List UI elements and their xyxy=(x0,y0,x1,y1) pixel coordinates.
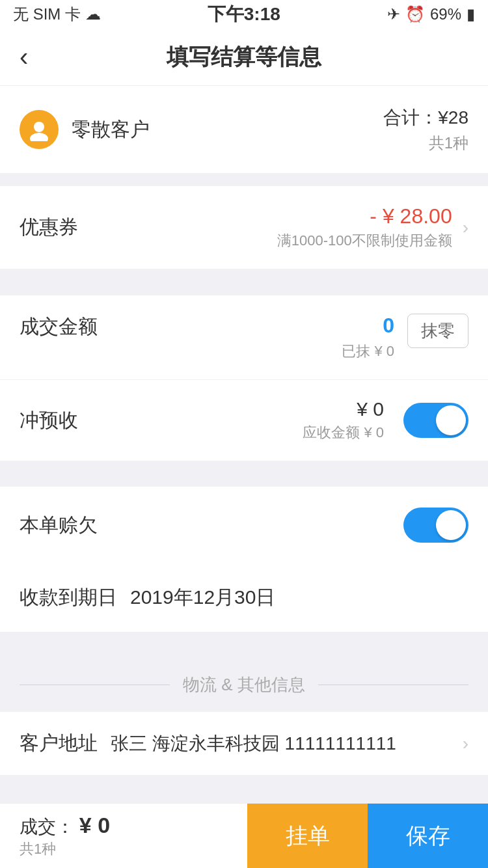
due-date-value: 2019年12月30日 xyxy=(130,584,275,611)
bottom-count: 共1种 xyxy=(20,839,228,859)
page-title: 填写结算等信息 xyxy=(167,42,321,72)
bottom-deal-row: 成交： ¥ 0 xyxy=(20,813,228,839)
customer-section: 零散客户 合计：¥28 共1种 xyxy=(0,86,488,173)
location-icon: ✈ xyxy=(387,5,400,23)
hang-single-button[interactable]: 挂单 xyxy=(247,804,368,868)
precollect-toggle[interactable] xyxy=(403,403,468,438)
debt-section: 本单赊欠 收款到期日 2019年12月30日 xyxy=(0,487,488,632)
deal-section: 成交金额 0 已抹 ¥ 0 抹零 冲预收 ¥ 0 应收金额 ¥ 0 xyxy=(0,295,488,461)
avatar xyxy=(20,110,59,149)
total-count: 共1种 xyxy=(383,133,468,154)
customer-left: 零散客户 xyxy=(20,110,150,149)
due-date-row: 收款到期日 2019年12月30日 xyxy=(0,563,488,632)
coupon-row[interactable]: 优惠券 - ¥ 28.00 满1000-100不限制使用金额 › xyxy=(0,186,488,269)
nav-bar: ‹ 填写结算等信息 xyxy=(0,29,488,86)
address-value: 张三 海淀永丰科技园 11111111111 xyxy=(111,731,463,756)
battery-icon: ▮ xyxy=(467,5,475,23)
divider-line-left xyxy=(20,685,170,685)
deal-value-block: 0 已抹 ¥ 0 xyxy=(342,314,394,361)
debt-toggle[interactable] xyxy=(403,508,468,543)
coupon-label: 优惠券 xyxy=(20,214,78,241)
status-right: ✈ ⏰ 69% ▮ xyxy=(387,5,475,23)
deal-amount-row: 成交金额 0 已抹 ¥ 0 抹零 xyxy=(0,295,488,379)
customer-row: 零散客户 合计：¥28 共1种 xyxy=(0,86,488,173)
total-amount: 合计：¥28 xyxy=(383,105,468,130)
coupon-desc: 满1000-100不限制使用金额 xyxy=(277,231,452,251)
coupon-value-block: - ¥ 28.00 满1000-100不限制使用金额 xyxy=(277,204,452,251)
precollect-sub: 应收金额 ¥ 0 xyxy=(303,423,384,442)
due-date-label: 收款到期日 xyxy=(20,584,117,611)
bottom-deal-label: 成交： xyxy=(20,817,74,837)
customer-right: 合计：¥28 共1种 xyxy=(383,105,468,154)
precollect-values: ¥ 0 应收金额 ¥ 0 xyxy=(303,398,384,442)
status-left: 无 SIM 卡 ☁ xyxy=(13,4,101,25)
deal-amount-label: 成交金额 xyxy=(20,314,98,340)
address-row[interactable]: 客户地址 张三 海淀永丰科技园 11111111111 › xyxy=(0,712,488,775)
customer-name: 零散客户 xyxy=(72,116,150,143)
deal-sub-text: 已抹 ¥ 0 xyxy=(342,342,394,361)
bottom-deal-amount: ¥ 0 xyxy=(79,813,110,837)
alarm-icon: ⏰ xyxy=(405,5,425,23)
deal-right: 0 已抹 ¥ 0 抹零 xyxy=(342,314,468,361)
precollect-right: ¥ 0 应收金额 ¥ 0 xyxy=(303,398,468,442)
coupon-section[interactable]: 优惠券 - ¥ 28.00 满1000-100不限制使用金额 › xyxy=(0,186,488,269)
debt-row: 本单赊欠 xyxy=(0,487,488,563)
coupon-right: - ¥ 28.00 满1000-100不限制使用金额 › xyxy=(277,204,468,251)
deal-amount-value: 0 xyxy=(342,314,394,338)
precollect-label: 冲预收 xyxy=(20,407,78,434)
svg-point-0 xyxy=(34,122,44,132)
separator-1 xyxy=(0,282,488,295)
separator-2 xyxy=(0,474,488,487)
logistics-divider: 物流 & 其他信息 xyxy=(0,658,488,712)
address-label: 客户地址 xyxy=(20,730,98,757)
save-button[interactable]: 保存 xyxy=(368,804,488,868)
status-bar: 无 SIM 卡 ☁ 下午3:18 ✈ ⏰ 69% ▮ xyxy=(0,0,488,29)
no-sim-label: 无 SIM 卡 ☁ xyxy=(13,4,101,25)
precollect-row: 冲预收 ¥ 0 应收金额 ¥ 0 xyxy=(0,379,488,461)
separator-3 xyxy=(0,645,488,658)
round-off-button[interactable]: 抹零 xyxy=(407,314,468,348)
debt-label: 本单赊欠 xyxy=(20,512,98,539)
address-section[interactable]: 客户地址 张三 海淀永丰科技园 11111111111 › xyxy=(0,712,488,775)
bottom-bar: 成交： ¥ 0 共1种 挂单 保存 xyxy=(0,803,488,868)
status-time: 下午3:18 xyxy=(208,2,280,27)
back-button[interactable]: ‹ xyxy=(20,42,28,72)
chevron-right-icon: › xyxy=(463,217,468,238)
address-chevron-icon: › xyxy=(463,733,468,754)
bottom-left: 成交： ¥ 0 共1种 xyxy=(0,813,247,859)
precollect-value: ¥ 0 xyxy=(303,398,384,420)
divider-line-right xyxy=(318,685,468,685)
battery-label: 69% xyxy=(430,5,461,23)
svg-point-1 xyxy=(30,133,48,141)
coupon-value: - ¥ 28.00 xyxy=(277,204,452,228)
logistics-label: 物流 & 其他信息 xyxy=(183,673,305,696)
